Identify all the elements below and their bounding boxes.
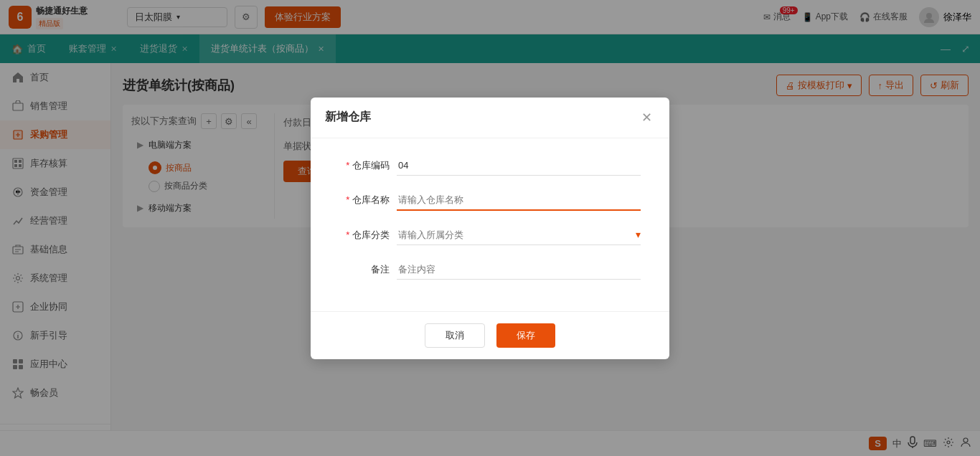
dialog-header: 新增仓库 ✕	[311, 98, 669, 138]
modal-overlay: 新增仓库 ✕ * 仓库编码 * 仓库名称	[0, 0, 980, 456]
save-button[interactable]: 保存	[496, 323, 555, 348]
warehouse-code-input[interactable]	[397, 156, 641, 176]
form-row-type: * 仓库分类 ▾	[339, 225, 641, 245]
warehouse-type-label: * 仓库分类	[339, 229, 397, 242]
dialog-footer: 取消 保存	[311, 311, 669, 359]
remark-input[interactable]	[397, 260, 641, 280]
form-row-remark: 备注	[339, 260, 641, 280]
warehouse-type-wrapper: ▾	[397, 225, 641, 245]
warehouse-code-label: * 仓库编码	[339, 159, 397, 172]
dialog-close-button[interactable]: ✕	[638, 109, 655, 126]
warehouse-type-input[interactable]	[397, 225, 636, 244]
cancel-button[interactable]: 取消	[425, 323, 485, 348]
chevron-down-icon: ▾	[636, 229, 641, 240]
form-row-name: * 仓库名称	[339, 190, 641, 211]
warehouse-name-label: * 仓库名称	[339, 194, 397, 206]
remark-label: 备注	[339, 263, 397, 276]
required-star: *	[346, 229, 349, 240]
dialog-body: * 仓库编码 * 仓库名称 * 仓库分类	[311, 138, 669, 311]
dialog-title: 新增仓库	[325, 110, 371, 125]
warehouse-name-input[interactable]	[397, 190, 641, 211]
new-warehouse-dialog: 新增仓库 ✕ * 仓库编码 * 仓库名称	[311, 98, 669, 359]
form-row-code: * 仓库编码	[339, 156, 641, 176]
required-star: *	[346, 194, 349, 205]
required-star: *	[346, 160, 349, 171]
